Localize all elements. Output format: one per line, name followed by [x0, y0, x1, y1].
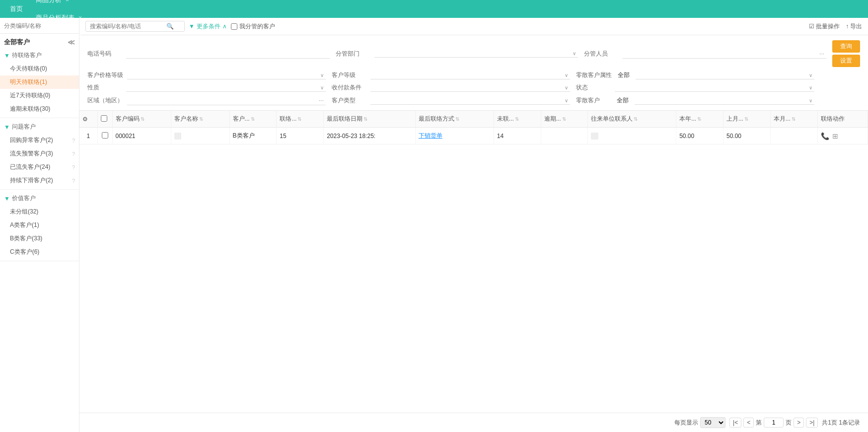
cell-no-contact: 14 — [494, 128, 541, 144]
filter-region: 区域（地区） ··· — [87, 96, 326, 105]
prev-page-btn[interactable]: < — [743, 418, 754, 428]
col-this-month: 本月... ⇅ — [770, 111, 817, 128]
filter-phone-input[interactable] — [126, 49, 330, 59]
last-page-btn[interactable]: >| — [806, 418, 818, 428]
filter-retail-attr-select[interactable]: ∨ — [636, 72, 814, 79]
page-input[interactable] — [764, 418, 784, 428]
col-type: 客户... ⇅ — [229, 111, 277, 128]
filter-more-conditions[interactable]: ▼ 更多条件 ∧ — [189, 22, 227, 31]
export-icon: ↑ — [846, 23, 849, 30]
col-contact-count-sort[interactable]: ⇅ — [297, 116, 301, 122]
sidebar-item-ungrouped[interactable]: 未分组(32) — [0, 205, 79, 218]
my-customers-checkbox-area[interactable]: 我分管的客户 — [231, 22, 275, 31]
filter-person-select[interactable]: ··· — [623, 49, 826, 59]
nav-tab-close-customer-contact[interactable]: × — [66, 50, 69, 57]
sidebar-group-value[interactable]: ▼价值客户 — [0, 192, 79, 205]
cell-last-contact-method[interactable]: 下销货单 — [415, 128, 494, 144]
filter-customer-level-select[interactable]: ∨ — [370, 72, 570, 79]
sidebar-collapse-btn[interactable]: ≪ — [68, 38, 75, 46]
col-checkbox[interactable] — [97, 111, 112, 128]
export-btn[interactable]: ↑ 导出 — [846, 22, 862, 31]
col-overdue-sort[interactable]: ⇅ — [562, 116, 566, 122]
action-grid-icon[interactable]: ⊞ — [832, 132, 838, 140]
filter-search-box[interactable]: 🔍 — [85, 21, 185, 32]
nav-tab-close-product-analysis[interactable]: × — [66, 0, 69, 3]
filter-retail-attr-inline: 全部 — [618, 71, 630, 79]
sidebar-search-input[interactable] — [4, 22, 78, 29]
query-button[interactable]: 查询 — [832, 40, 860, 53]
filter-search-icon[interactable]: 🔍 — [166, 23, 174, 30]
col-this-month-sort[interactable]: ⇅ — [792, 116, 796, 122]
bulk-ops-btn[interactable]: ☑ 批量操作 — [809, 22, 840, 31]
contact-method-link[interactable]: 下销货单 — [419, 132, 442, 139]
data-table-container: ⚙ 客户编码 ⇅ 客户名称 — [79, 111, 868, 413]
filter-dept: 分管部门 ∨ — [336, 50, 578, 58]
group-arrow-pending: ▼ — [4, 52, 10, 59]
col-no-contact-sort[interactable]: ⇅ — [515, 116, 519, 122]
col-last-month-sort[interactable]: ⇅ — [744, 116, 748, 122]
sidebar-item-tomorrow[interactable]: 明天待联络(1) — [0, 75, 79, 89]
col-type-sort[interactable]: ⇅ — [251, 116, 255, 122]
filter-region-label: 区域（地区） — [87, 96, 123, 105]
group-title-pending: 待联络客户 — [12, 51, 42, 60]
sidebar: 🔍 全部客户 ≪ ▼待联络客户今天待联络(0)明天待联络(1)近7天待联络(0)… — [0, 18, 79, 432]
sidebar-item-today[interactable]: 今天待联络(0) — [0, 62, 79, 75]
cell-checkbox[interactable] — [97, 128, 112, 144]
sidebar-group-problem[interactable]: ▼问题客户 — [0, 120, 79, 134]
sidebar-item-repurchase-abnormal[interactable]: 回购异常客户(2)? — [0, 134, 79, 147]
sidebar-item-class-a[interactable]: A类客户(1) — [0, 218, 79, 232]
select-all-checkbox[interactable] — [101, 115, 107, 122]
filter-region-dots[interactable]: ··· — [319, 97, 324, 104]
sidebar-item-lost-risk[interactable]: 流失预警客户(3)? — [0, 147, 79, 160]
sidebar-search-bar: 🔍 — [0, 18, 79, 34]
col-name-sort[interactable]: ⇅ — [199, 116, 203, 122]
page-size-select[interactable]: 50 10 20 100 — [700, 417, 725, 428]
nav-tab-product-analysis[interactable]: 商品分析× — [30, 0, 88, 9]
sidebar-item-class-b[interactable]: B类客户(33) — [0, 232, 79, 245]
next-page-btn[interactable]: > — [794, 418, 804, 428]
nav-tab-close-customer-tier[interactable]: × — [78, 32, 82, 39]
col-settings-icon[interactable]: ⚙ — [82, 116, 88, 123]
col-this-year-sort[interactable]: ⇅ — [697, 116, 701, 122]
filter-nature-select[interactable]: ∨ — [126, 84, 326, 92]
col-partner-contact-sort[interactable]: ⇅ — [634, 116, 638, 122]
filter-search-input[interactable] — [90, 23, 164, 30]
sidebar-item-lost[interactable]: 已流失客户(24)? — [0, 160, 79, 174]
nav-home[interactable]: 首页 — [4, 0, 29, 18]
filter-customer-level-arrow: ∨ — [565, 72, 568, 78]
filter-person-dots[interactable]: ··· — [819, 50, 824, 57]
customer-name-masked: Ea — [174, 133, 182, 140]
nav-tab-close-product-analysis-list[interactable]: × — [78, 14, 82, 21]
sidebar-item-class-c[interactable]: C类客户(6) — [0, 245, 79, 259]
action-phone-icon[interactable]: 📞 — [821, 132, 829, 140]
col-settings[interactable]: ⚙ — [79, 111, 97, 128]
filter-price-level-select[interactable]: ∨ — [127, 72, 326, 79]
table-body: 1 000021 Ea B类客户 15 2023-05-23 18:25: 下销… — [79, 128, 868, 144]
sidebar-item-continuous-down[interactable]: 持续下滑客户(2)? — [0, 174, 79, 187]
filter-dept-select[interactable]: ∨ — [374, 50, 578, 58]
sidebar-item-label-tomorrow: 明天待联络(1) — [10, 78, 47, 86]
sidebar-item-overdue[interactable]: 逾期未联络(30) — [0, 102, 79, 116]
cell-last-month: 50.00 — [723, 128, 770, 144]
filter-status: 状态 ∨ — [576, 83, 814, 92]
sidebar-item-week7[interactable]: 近7天待联络(0) — [0, 89, 79, 102]
first-page-btn[interactable]: |< — [729, 418, 741, 428]
filter-region-select[interactable]: ··· — [127, 96, 326, 105]
cell-no: 1 — [79, 128, 97, 144]
col-last-contact-date-sort[interactable]: ⇅ — [363, 116, 367, 122]
filter-customer-type-select[interactable]: ∨ — [370, 97, 570, 105]
col-last-contact-method-sort[interactable]: ⇅ — [455, 116, 459, 122]
main-layout: 🔍 全部客户 ≪ ▼待联络客户今天待联络(0)明天待联络(1)近7天待联络(0)… — [0, 18, 868, 432]
filter-phone-label: 电话号码 — [87, 50, 122, 58]
row-checkbox-0[interactable] — [102, 132, 108, 139]
col-code-sort[interactable]: ⇅ — [141, 116, 145, 122]
filter-retail-customer-select[interactable]: ∨ — [635, 97, 814, 105]
filter-status-select[interactable]: ∨ — [615, 84, 814, 92]
table-header-row: ⚙ 客户编码 ⇅ 客户名称 — [79, 111, 868, 128]
filter-retail-customer: 零散客户 全部 ∨ — [576, 96, 814, 105]
my-customers-checkbox[interactable] — [231, 23, 237, 30]
filter-payment-select[interactable]: ∨ — [370, 84, 570, 92]
col-partner-contact: 往来单位联系人 ⇅ — [588, 111, 676, 128]
settings-button[interactable]: 设置 — [832, 55, 860, 67]
filter-customer-type: 客户类型 ∨ — [332, 96, 570, 105]
